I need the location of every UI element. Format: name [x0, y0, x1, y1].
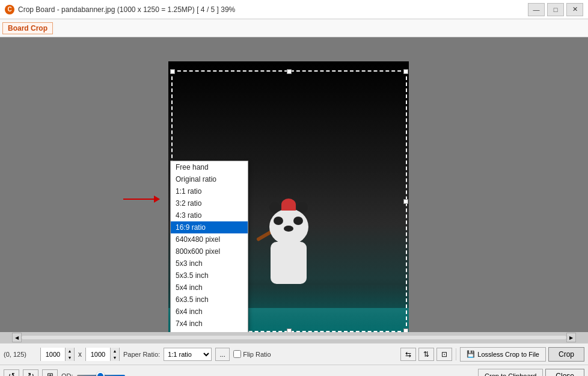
width-spin-up[interactable]: ▲	[66, 348, 74, 354]
horizontal-scrollbar[interactable]: ◀ ▶	[0, 332, 588, 343]
flip-ratio-checkbox[interactable]	[233, 350, 241, 358]
flip-ratio-area: Flip Ratio	[233, 350, 271, 358]
dropdown-item[interactable]: 16:9 ratio	[171, 221, 248, 233]
disk-icon: 💾	[467, 350, 475, 358]
scroll-track[interactable]	[22, 336, 566, 339]
rotate-left-button[interactable]: ↺	[4, 369, 19, 377]
lossless-crop-button[interactable]: 💾 Lossless Crop to File	[460, 347, 546, 362]
dropdown-item[interactable]: 6x3.5 inch	[171, 294, 248, 306]
panda-figure	[253, 188, 325, 284]
flip-horizontal-button[interactable]: ⇆	[400, 348, 416, 361]
width-spin-down[interactable]: ▼	[66, 354, 74, 361]
dropdown-item[interactable]: 5x3 inch	[171, 257, 248, 270]
height-spin-arrows: ▲ ▼	[110, 348, 119, 361]
flip-vertical-button[interactable]: ⇅	[418, 348, 434, 361]
crop-button[interactable]: Crop	[548, 347, 584, 362]
close-window-button[interactable]: ✕	[566, 3, 583, 16]
separator-1	[456, 348, 456, 360]
main-canvas-area: Free handOriginal ratio1:1 ratio3:2 rati…	[0, 37, 588, 332]
dropdown-item[interactable]: Original ratio	[171, 173, 248, 185]
flip-ratio-label: Flip Ratio	[243, 351, 271, 358]
dropdown-item[interactable]: 4:3 ratio	[171, 209, 248, 221]
height-spinbox[interactable]: ▲ ▼	[85, 348, 120, 361]
width-spinbox[interactable]: ▲ ▼	[40, 348, 75, 361]
dropdown-item[interactable]: 6x4 inch	[171, 306, 248, 318]
dropdown-item[interactable]: 5x3.5 inch	[171, 270, 248, 282]
dropdown-item[interactable]: 1:1 ratio	[171, 185, 248, 197]
panda-eye-left	[274, 217, 283, 225]
paper-ratio-label: Paper Ratio:	[123, 351, 160, 358]
bottom-toolbar-2: ↺ ↻ ⊞ OD: Crop to Clipboard Close	[0, 365, 588, 376]
crop-to-clipboard-button[interactable]: Crop to Clipboard	[478, 369, 543, 377]
top-toolbar: Board Crop	[0, 19, 588, 37]
height-spin-up[interactable]: ▲	[111, 348, 119, 354]
dropdown-item[interactable]: 800x600 pixel	[171, 245, 248, 257]
arrow-indicator	[123, 199, 159, 200]
window-controls: — □ ✕	[528, 3, 583, 16]
app-icon: C	[5, 5, 14, 14]
ratio-dropdown-menu: Free handOriginal ratio1:1 ratio3:2 rati…	[170, 161, 248, 332]
dropdown-item[interactable]: 640x480 pixel	[171, 233, 248, 245]
dropdown-item[interactable]: 7x4 inch	[171, 318, 248, 330]
dropdown-item[interactable]: 3:2 ratio	[171, 197, 248, 209]
bottom-toolbar-1: (0, 125) ▲ ▼ x ▲ ▼ Paper Ratio: 1:1 rati…	[0, 343, 588, 365]
maximize-button[interactable]: □	[547, 3, 564, 16]
arrow-line	[123, 199, 159, 200]
minimize-button[interactable]: —	[528, 3, 545, 16]
right-buttons: ⇆ ⇅ ⊡ 💾 Lossless Crop to File Crop	[400, 347, 584, 362]
dropdown-item[interactable]: 5x4 inch	[171, 282, 248, 294]
title-bar: C Crop Board - pandabanner.jpg (1000 x 1…	[0, 0, 588, 19]
rotate-right-button[interactable]: ↻	[23, 369, 38, 377]
times-symbol: x	[78, 350, 82, 359]
height-input[interactable]	[86, 348, 110, 361]
dropdown-item[interactable]: Free hand	[171, 161, 248, 173]
paper-ratio-select[interactable]: 1:1 ratio4:3 ratio16:9 ratioFree hand	[164, 348, 212, 361]
board-crop-label: Board Crop	[2, 22, 53, 34]
panda-nose	[284, 226, 293, 232]
more-options-button[interactable]: ...	[215, 348, 230, 361]
fit-button[interactable]: ⊡	[436, 348, 452, 361]
height-spin-down[interactable]: ▼	[111, 354, 119, 361]
title-bar-text: Crop Board - pandabanner.jpg (1000 x 125…	[18, 5, 528, 14]
close-button[interactable]: Close	[545, 369, 584, 377]
coordinate-display: (0, 125)	[4, 351, 37, 358]
width-input[interactable]	[41, 348, 65, 361]
od-label: OD:	[61, 372, 73, 377]
panda-eye-right	[293, 217, 303, 225]
panda-body	[271, 242, 307, 284]
scroll-right-button[interactable]: ▶	[566, 333, 576, 342]
od-thumb[interactable]	[96, 372, 105, 377]
panda-hat	[281, 199, 296, 211]
grid-button[interactable]: ⊞	[42, 369, 58, 377]
dropdown-item[interactable]: 7x5 inch	[171, 330, 248, 332]
scroll-left-button[interactable]: ◀	[12, 333, 22, 342]
width-spin-arrows: ▲ ▼	[65, 348, 74, 361]
right-buttons-2: Crop to Clipboard Close	[478, 369, 584, 377]
